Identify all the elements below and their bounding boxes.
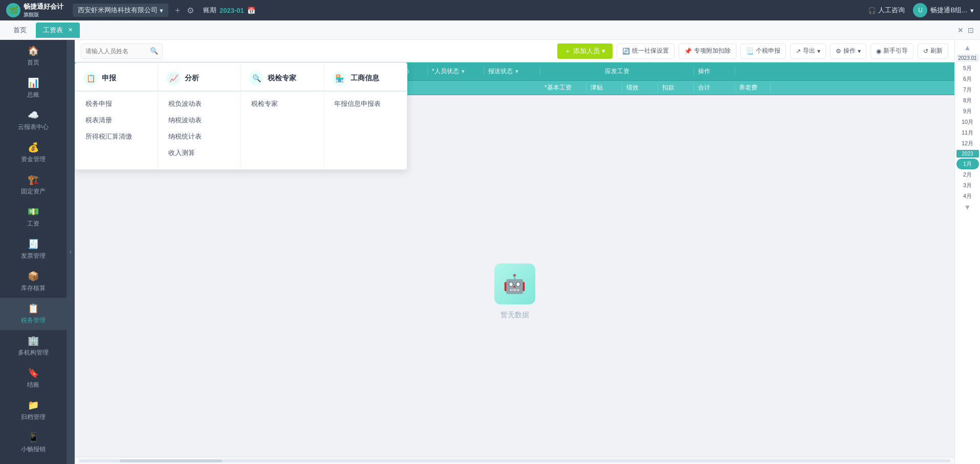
- sidebar-label-home: 首页: [27, 58, 39, 67]
- search-input[interactable]: [85, 48, 147, 55]
- popup-item-expert[interactable]: 税检专家: [241, 96, 323, 112]
- sidebar-item-invoice[interactable]: 🧾 发票管理: [0, 233, 67, 266]
- tab-home[interactable]: 首页: [6, 23, 34, 38]
- avatar: U: [913, 3, 927, 17]
- payroll-icon: 💵: [28, 206, 39, 217]
- toolbar-actions: ＋ 添加人员 ▾ 🔄 统一社保设置 📌 专项附加扣除 📃 个税申报 ↗: [557, 43, 948, 59]
- timeline-month-3[interactable]: 3月: [956, 180, 979, 191]
- export-chevron-icon: ▾: [817, 48, 820, 55]
- sub-col-total-label: 合计: [698, 83, 710, 92]
- timeline-up-arrow[interactable]: ▲: [963, 42, 973, 53]
- inventory-icon: 📦: [28, 271, 39, 282]
- timeline-month-4[interactable]: 4月: [956, 191, 979, 202]
- timeline-down-arrow[interactable]: ▼: [963, 202, 973, 213]
- sidebar-item-tax[interactable]: 📋 税务管理: [0, 298, 67, 330]
- export-button[interactable]: ↗ 导出 ▾: [790, 43, 826, 59]
- tab-home-label: 首页: [13, 26, 27, 35]
- sidebar-item-inventory[interactable]: 📦 库存核算: [0, 266, 67, 298]
- popup-item-tax-table[interactable]: 税表清册: [75, 112, 158, 128]
- social-label: 统一社保设置: [632, 47, 669, 55]
- special-deduction-button[interactable]: 📌 专项附加扣除: [679, 43, 736, 59]
- sidebar-item-fund[interactable]: 💰 资金管理: [0, 137, 67, 169]
- window-close-icon[interactable]: ✕: [957, 26, 964, 34]
- archive-icon: 📁: [28, 400, 39, 411]
- sidebar-item-archive[interactable]: 📁 归档管理: [0, 394, 67, 427]
- popup-item-tax-fluctuation[interactable]: 纳税波动表: [158, 112, 241, 128]
- window-restore-icon[interactable]: ⊡: [968, 26, 974, 34]
- sidebar-label-archive: 归档管理: [21, 413, 46, 422]
- refresh-button[interactable]: ↺ 刷新: [918, 43, 948, 59]
- timeline-month-8[interactable]: 8月: [956, 95, 979, 106]
- tax-filing-button[interactable]: 📃 个税申报: [741, 43, 786, 59]
- top-bar-right: 🎧 人工咨询 U 畅捷通B组... ▾: [868, 3, 974, 17]
- popup-item-tax-settle[interactable]: 所得税汇算清缴: [75, 128, 158, 145]
- popup-item-income-calc[interactable]: 收入测算: [158, 145, 241, 161]
- horizontal-scrollbar[interactable]: [75, 457, 954, 464]
- refresh-label: 刷新: [930, 47, 943, 55]
- app-logo: 🌿 畅捷通好会计 旗舰版: [6, 2, 68, 18]
- timeline-month-6[interactable]: 6月: [956, 74, 979, 84]
- sidebar-item-settings[interactable]: ⚙️ 基础设置: [0, 459, 67, 464]
- timeline-month-9[interactable]: 9月: [956, 106, 979, 117]
- status-filter-icon[interactable]: ▼: [461, 69, 466, 74]
- support-button[interactable]: 🎧 人工咨询: [868, 6, 905, 15]
- send-filter-icon[interactable]: ▼: [514, 69, 519, 74]
- popup-item-tax-burden[interactable]: 税负波动表: [158, 96, 241, 112]
- popup-item-tax-filing[interactable]: 税务申报: [75, 96, 158, 112]
- guide-button[interactable]: ◉ 新手引导: [870, 43, 913, 59]
- headset-icon: 🎧: [868, 7, 876, 14]
- logo-icon: 🌿: [6, 3, 20, 17]
- search-icon: 🔍: [150, 47, 158, 55]
- popup-item-annual-report[interactable]: 年报信息申报表: [324, 96, 407, 112]
- calendar-icon[interactable]: 📅: [247, 7, 255, 14]
- timeline-month-11[interactable]: 11月: [956, 127, 979, 138]
- social-insurance-button[interactable]: 🔄 统一社保设置: [617, 43, 674, 59]
- scrollbar-thumb[interactable]: [120, 459, 222, 462]
- period-label: 账期: [203, 6, 216, 15]
- user-menu[interactable]: U 畅捷通B组... ▾: [913, 3, 974, 17]
- col-wage-label: 应发工资: [605, 67, 629, 76]
- operate-button[interactable]: ⚙ 操作 ▾: [830, 43, 866, 59]
- support-label: 人工咨询: [878, 6, 905, 15]
- operate-chevron-icon: ▾: [858, 48, 861, 55]
- sidebar-item-close[interactable]: 🔖 结账: [0, 362, 67, 394]
- empty-text: 暂无数据: [500, 311, 529, 320]
- sidebar-label-fund: 资金管理: [21, 155, 46, 164]
- main-layout: 🏠 首页 📊 总账 ☁️ 云报表中心 💰 资金管理 🏗️ 固定资产 💵 工资 🧾…: [0, 40, 980, 464]
- sidebar-item-expense[interactable]: 📱 小畅报销: [0, 427, 67, 459]
- timeline-month-5[interactable]: 5月: [956, 63, 979, 74]
- add-person-button[interactable]: ＋ 添加人员 ▾: [557, 43, 613, 59]
- sidebar-item-payroll[interactable]: 💵 工资: [0, 201, 67, 233]
- settings-icon[interactable]: ⚙: [187, 6, 194, 15]
- add-company-icon[interactable]: ＋: [173, 5, 182, 16]
- sidebar-item-multi-org[interactable]: 🏢 多机构管理: [0, 330, 67, 362]
- sidebar-collapse-button[interactable]: ‹: [67, 40, 75, 464]
- expense-icon: 📱: [28, 432, 39, 443]
- sidebar-item-ledger[interactable]: 📊 总账: [0, 72, 67, 104]
- timeline-month-12[interactable]: 12月: [956, 138, 979, 149]
- period-display: 账期 2023-01 📅: [203, 6, 255, 15]
- top-bar: 🌿 畅捷通好会计 旗舰版 西安虾米网络科技有限公司 ▾ ＋ ⚙ 账期 2023-…: [0, 0, 980, 20]
- col-status[interactable]: *人员状态 ▼: [428, 67, 484, 76]
- timeline-month-1[interactable]: 1月: [956, 159, 979, 169]
- declaration-title: 申报: [102, 74, 116, 83]
- add-person-label: 添加人员: [573, 47, 600, 56]
- timeline-month-7[interactable]: 7月: [956, 84, 979, 95]
- company-selector[interactable]: 西安虾米网络科技有限公司 ▾: [73, 4, 168, 17]
- col-send-status[interactable]: 报送状态 ▼: [484, 67, 540, 76]
- expert-title: 税检专家: [268, 74, 296, 83]
- sidebar-item-cloud[interactable]: ☁️ 云报表中心: [0, 104, 67, 137]
- tab-payroll[interactable]: 工资表 ✕: [36, 23, 80, 38]
- multi-org-icon: 🏢: [28, 335, 39, 346]
- popup-item-tax-stats[interactable]: 纳税统计表: [158, 128, 241, 145]
- sub-col-subsidy-label: 津贴: [591, 83, 603, 92]
- tab-close-icon[interactable]: ✕: [68, 27, 73, 33]
- sidebar-item-home[interactable]: 🏠 首页: [0, 40, 67, 72]
- search-wrap: 🔍: [81, 43, 163, 59]
- social-icon: 🔄: [622, 48, 630, 55]
- timeline-month-2[interactable]: 2月: [956, 169, 979, 180]
- timeline-month-10[interactable]: 10月: [956, 117, 979, 127]
- business-header-icon: 🏪: [332, 71, 346, 85]
- sidebar-item-asset[interactable]: 🏗️ 固定资产: [0, 169, 67, 201]
- add-person-chevron-icon: ▾: [602, 47, 605, 55]
